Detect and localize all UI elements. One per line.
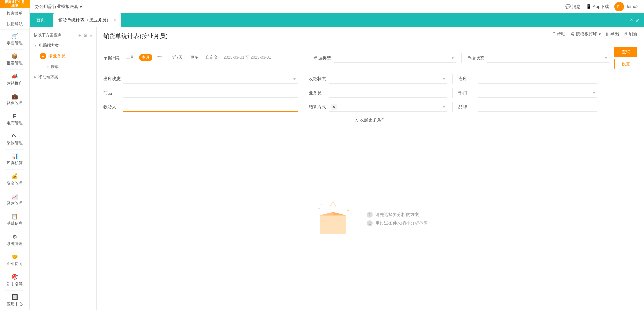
chevron-down-icon: ▾: [80, 4, 82, 9]
sidebar-item-6[interactable]: 📊库存核算: [5, 150, 24, 170]
sidebar-item-label-13: 应用中心: [7, 301, 23, 307]
dept-control[interactable]: ▾: [478, 88, 597, 98]
warehouse-control[interactable]: ···: [478, 74, 597, 84]
topbar-right: 💬 消息 📱 App下载 Ea demo2: [565, 2, 639, 11]
page-header-actions: ? 帮助 🖨 按模板打印 ▾ ⬆ 导出 ↺ 刷新: [553, 31, 637, 41]
quick-nav-item[interactable]: 快捷导航: [0, 19, 29, 30]
brand-dots-icon[interactable]: ···: [591, 104, 595, 110]
export-icon: ⬆: [605, 31, 609, 37]
print-dropdown-icon: ▾: [599, 32, 601, 37]
tabbar: 首页 销货单统计表（按业务员） × − × ⤢: [30, 13, 644, 27]
sidebar-item-label-9: 基础信息: [7, 221, 23, 226]
collapse-icon: ∧: [355, 118, 358, 123]
empty-state: 1 请先选择要分析的方案 2 用过滤条件来缩小分析范围: [97, 131, 644, 310]
sidebar-item-icon-0: 🛒: [11, 33, 18, 39]
sidebar-item-icon-11: 🤝: [11, 254, 18, 260]
date-label: 单据日期: [103, 55, 123, 61]
message-button[interactable]: 💬 消息: [565, 4, 581, 10]
sidebar-item-5[interactable]: 🛍采购管理: [5, 130, 24, 150]
sidebar-item-0[interactable]: 🛒零售管理: [5, 30, 24, 50]
user-menu[interactable]: Ea demo2: [614, 2, 639, 11]
settlement-control[interactable]: × ▾: [329, 102, 447, 112]
sidebar-item-13[interactable]: 🔲应用中心: [5, 291, 24, 310]
help-icon: ?: [553, 31, 555, 37]
sidebar-item-12[interactable]: 🎯新手引导: [5, 270, 24, 291]
goods-control[interactable]: ···: [123, 88, 298, 98]
desktop-section-title[interactable]: ▼ 电脑端方案: [30, 41, 96, 50]
staff-dots-icon[interactable]: ···: [441, 90, 445, 96]
sidebar-item-label-0: 零售管理: [7, 40, 23, 46]
refresh-button[interactable]: ↺ 刷新: [623, 31, 637, 37]
scheme-item-by-staff[interactable]: ● 按业务员: [30, 50, 96, 62]
sidebar-item-10[interactable]: ⚙系统管理: [5, 230, 24, 250]
app-download-button[interactable]: 📱 App下载: [586, 4, 609, 10]
payment-status-control[interactable]: ▾: [329, 74, 447, 84]
date-7days-btn[interactable]: 近7天: [170, 54, 185, 61]
sidebar-item-3[interactable]: 💼销售管理: [5, 90, 24, 110]
doc-type-filter-item: 单据类型 ▾: [314, 53, 456, 63]
consignee-dots-icon[interactable]: ···: [291, 104, 296, 110]
tab-maximize-button[interactable]: ⤢: [636, 17, 640, 23]
sidebar-item-11[interactable]: 🤝企业协同: [5, 250, 24, 270]
collapse-panel-button[interactable]: «: [90, 33, 92, 38]
brand-item: 品牌 ···: [458, 102, 597, 112]
tab-minimize-button[interactable]: −: [624, 17, 627, 23]
date-more-btn[interactable]: 更多: [187, 54, 201, 61]
sidebar-item-icon-7: 💰: [11, 173, 18, 179]
settings-scheme-button[interactable]: ⚙: [83, 33, 88, 38]
print-button[interactable]: 🖨 按模板打印 ▾: [570, 31, 601, 37]
help-button[interactable]: ? 帮助: [553, 31, 566, 37]
tab-home[interactable]: 首页: [30, 13, 52, 27]
date-this-year-btn[interactable]: 本年: [154, 54, 168, 61]
sidebar-item-icon-12: 🎯: [11, 274, 18, 280]
doc-type-label: 单据类型: [314, 55, 334, 61]
sidebar-item-icon-4: 🖥: [12, 113, 17, 119]
sidebar-item-icon-8: 📈: [11, 193, 18, 200]
empty-tip-2: 2 用过滤条件来缩小分析范围: [367, 220, 428, 226]
sidebar-item-icon-9: 📋: [11, 213, 18, 220]
staff-control[interactable]: ···: [329, 88, 447, 98]
brand-control[interactable]: ···: [478, 102, 597, 112]
payment-status-item: 收款状态 ▾: [309, 74, 447, 84]
goods-dots-icon[interactable]: ···: [291, 90, 296, 96]
dept-label: 部门: [458, 90, 478, 96]
warehouse-label: 仓库: [458, 76, 478, 82]
sidebar-item-4[interactable]: 🖥电商管理: [5, 110, 24, 130]
date-custom-btn[interactable]: 自定义: [203, 54, 220, 61]
doc-type-control[interactable]: ▾: [334, 53, 456, 63]
sidebar-item-7[interactable]: 💰资金管理: [5, 170, 24, 190]
tab-close-icon[interactable]: ×: [113, 17, 116, 23]
staff-item: 业务员 ···: [309, 88, 447, 98]
sidebar-item-8[interactable]: 📈经营管理: [5, 190, 24, 210]
warehouse-dots-icon[interactable]: ···: [591, 76, 595, 82]
export-button[interactable]: ⬆ 导出: [605, 31, 619, 37]
add-scheme-button[interactable]: +: [78, 33, 81, 38]
search-menu-item[interactable]: 搜索菜单: [0, 8, 29, 19]
date-this-month-btn[interactable]: 本月: [139, 54, 152, 61]
app-logo[interactable]: 畅捷通好生意 标版: [0, 0, 30, 8]
goods-label: 商品: [103, 90, 123, 96]
topbar-left: 办公用品行业模拟账套 ▾: [35, 4, 82, 10]
sidebar-item-1[interactable]: 📦批发管理: [5, 50, 24, 70]
delivery-status-control[interactable]: ▾: [123, 74, 298, 84]
collapse-filter-button[interactable]: ∧ 收起更多条件: [103, 115, 637, 125]
scheme-item-by-order[interactable]: ≡ 按单: [30, 62, 96, 72]
doc-status-dropdown-icon: ▾: [605, 56, 607, 60]
sidebar-item-icon-2: 📣: [11, 73, 18, 80]
svg-rect-0: [320, 215, 346, 234]
dept-dropdown-icon: ▾: [593, 91, 595, 95]
settlement-tag-close[interactable]: ×: [331, 104, 337, 110]
tab-close-button[interactable]: ×: [630, 17, 633, 23]
tab-sales-stats[interactable]: 销货单统计表（按业务员） ×: [53, 13, 121, 27]
consignee-control[interactable]: ···: [123, 102, 298, 112]
sidebar-item-2[interactable]: 📣营销推广: [5, 70, 24, 90]
query-button[interactable]: 查询: [614, 47, 637, 57]
sidebar-item-label-11: 企业协同: [7, 261, 23, 267]
sidebar-item-9[interactable]: 📋基础信息: [5, 210, 24, 230]
industry-selector[interactable]: 办公用品行业模拟账套 ▾: [35, 4, 82, 10]
payment-dropdown-icon: ▾: [443, 76, 445, 81]
setting-button[interactable]: 设置: [614, 59, 637, 69]
date-last-month-btn[interactable]: 上月: [123, 54, 137, 61]
mobile-section-title[interactable]: ▶ 移动端方案: [30, 72, 96, 82]
doc-status-control[interactable]: ▾: [487, 53, 609, 63]
